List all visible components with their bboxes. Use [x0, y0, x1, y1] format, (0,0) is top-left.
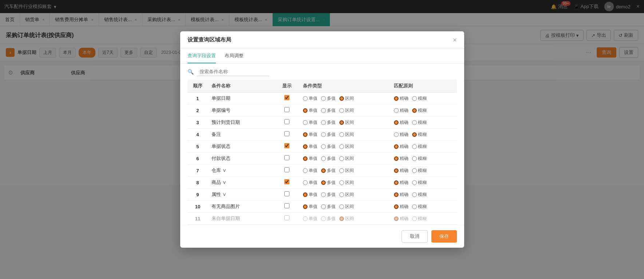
- dialog-title: 设置查询区域布局: [187, 36, 231, 43]
- col-match: 匹配原则: [390, 80, 457, 93]
- match-radio-精确-6[interactable]: 精确: [394, 156, 408, 162]
- row-match-7: 精确模糊: [390, 165, 457, 177]
- display-checkbox-1[interactable]: [284, 95, 289, 100]
- row-match-2: 精确模糊: [390, 105, 457, 117]
- type-radio-单值-8[interactable]: 单值: [303, 180, 317, 185]
- type-radio-多值-7[interactable]: 多值: [321, 168, 336, 174]
- type-radio-单值-3[interactable]: 单值: [303, 119, 317, 126]
- type-radio-区间-5[interactable]: 区间: [339, 144, 354, 150]
- type-radio-区间-8[interactable]: 区间: [339, 180, 354, 185]
- row-match-4: 精确模糊: [390, 129, 457, 141]
- type-radio-区间-6[interactable]: 区间: [339, 156, 354, 162]
- match-radio-模糊-4[interactable]: 模糊: [412, 131, 427, 138]
- match-radio-模糊-1[interactable]: 模糊: [412, 95, 427, 102]
- match-radio-模糊-2[interactable]: 模糊: [412, 107, 427, 114]
- type-radio-单值-5[interactable]: 单值: [303, 144, 317, 150]
- match-radio-模糊-7[interactable]: 模糊: [412, 168, 427, 174]
- match-radio-精确-3[interactable]: 精确: [394, 119, 408, 126]
- display-checkbox-3[interactable]: [284, 119, 289, 124]
- table-row: 3预计到货日期单值多值区间精确模糊: [187, 117, 457, 129]
- row-order-6: 6: [187, 153, 208, 165]
- row-order-7: 7: [187, 165, 208, 177]
- tab-layout-adjust[interactable]: 布局调整: [225, 49, 244, 63]
- row-display-7[interactable]: [274, 165, 299, 175]
- type-radio-单值-6[interactable]: 单值: [303, 156, 317, 162]
- type-radio-单值-7[interactable]: 单值: [303, 168, 317, 174]
- match-radio-精确-7[interactable]: 精确: [394, 168, 408, 174]
- row-order-2: 2: [187, 105, 208, 117]
- dialog-header: 设置查询区域布局 ×: [180, 31, 464, 49]
- dialog-table-area: 顺序 条件名称 显示 条件类型 匹配原则 1单据日期单值多值区间精确模糊2单据编…: [180, 80, 464, 185]
- row-name-1: 单据日期: [208, 93, 274, 105]
- row-name-2: 单据编号: [208, 105, 274, 117]
- type-radio-区间-4[interactable]: 区间: [339, 131, 354, 138]
- row-type-2: 单值多值区间: [299, 105, 390, 117]
- type-radio-区间-1[interactable]: 区间: [339, 95, 354, 102]
- display-checkbox-2[interactable]: [284, 107, 289, 112]
- col-type: 条件类型: [299, 80, 390, 93]
- row-match-3: 精确模糊: [390, 117, 457, 129]
- table-row: 1单据日期单值多值区间精确模糊: [187, 93, 457, 105]
- dialog-search-area: 🔍: [180, 64, 464, 80]
- type-radio-多值-1[interactable]: 多值: [321, 95, 336, 102]
- match-radio-模糊-5[interactable]: 模糊: [412, 144, 427, 150]
- match-radio-精确-8[interactable]: 精确: [394, 180, 408, 185]
- row-display-3[interactable]: [274, 117, 299, 127]
- display-checkbox-4[interactable]: [284, 131, 289, 136]
- row-display-2[interactable]: [274, 105, 299, 115]
- table-row: 8商品 ∨单值多值区间精确模糊: [187, 177, 457, 185]
- dialog-close-button[interactable]: ×: [453, 37, 457, 43]
- conditions-table: 顺序 条件名称 显示 条件类型 匹配原则 1单据日期单值多值区间精确模糊2单据编…: [187, 80, 457, 185]
- row-type-3: 单值多值区间: [299, 117, 390, 129]
- row-name-3: 预计到货日期: [208, 117, 274, 129]
- type-radio-多值-8[interactable]: 多值: [321, 180, 336, 185]
- row-name-7: 仓库 ∨: [208, 165, 274, 177]
- match-radio-精确-5[interactable]: 精确: [394, 144, 408, 150]
- table-row: 6付款状态单值多值区间精确模糊: [187, 153, 457, 165]
- type-radio-多值-3[interactable]: 多值: [321, 119, 336, 126]
- table-row: 4备注单值多值区间精确模糊: [187, 129, 457, 141]
- type-radio-单值-1[interactable]: 单值: [303, 95, 317, 102]
- type-radio-单值-2[interactable]: 单值: [303, 107, 317, 114]
- match-radio-精确-4[interactable]: 精确: [394, 131, 408, 138]
- type-radio-区间-2[interactable]: 区间: [339, 107, 354, 114]
- table-row: 5单据状态单值多值区间精确模糊: [187, 141, 457, 153]
- match-radio-精确-1[interactable]: 精确: [394, 95, 408, 102]
- match-radio-模糊-3[interactable]: 模糊: [412, 119, 427, 126]
- type-radio-多值-2[interactable]: 多值: [321, 107, 336, 114]
- display-checkbox-6[interactable]: [284, 155, 289, 160]
- display-checkbox-5[interactable]: [284, 143, 289, 148]
- type-radio-多值-5[interactable]: 多值: [321, 144, 336, 150]
- col-name: 条件名称: [208, 80, 274, 93]
- row-display-1[interactable]: [274, 93, 299, 103]
- row-type-6: 单值多值区间: [299, 153, 390, 165]
- display-checkbox-8[interactable]: [284, 179, 289, 184]
- row-name-8: 商品 ∨: [208, 177, 274, 185]
- col-order: 顺序: [187, 80, 208, 93]
- type-radio-区间-7[interactable]: 区间: [339, 168, 354, 174]
- row-name-6: 付款状态: [208, 153, 274, 165]
- match-radio-模糊-6[interactable]: 模糊: [412, 156, 427, 162]
- type-radio-多值-4[interactable]: 多值: [321, 131, 336, 138]
- type-radio-单值-4[interactable]: 单值: [303, 131, 317, 138]
- row-match-5: 精确模糊: [390, 141, 457, 153]
- display-checkbox-7[interactable]: [284, 167, 289, 172]
- table-row: 7仓库 ∨单值多值区间精确模糊: [187, 165, 457, 177]
- settings-dialog: 设置查询区域布局 × 查询字段设置 布局调整 🔍 顺序 条件名称: [180, 31, 464, 185]
- row-display-8[interactable]: [274, 177, 299, 185]
- match-radio-模糊-8[interactable]: 模糊: [412, 180, 427, 185]
- row-display-4[interactable]: [274, 129, 299, 139]
- row-display-5[interactable]: [274, 141, 299, 151]
- search-input[interactable]: [197, 67, 269, 76]
- row-match-6: 精确模糊: [390, 153, 457, 165]
- type-radio-区间-3[interactable]: 区间: [339, 119, 354, 126]
- row-order-4: 4: [187, 129, 208, 141]
- row-name-4: 备注: [208, 129, 274, 141]
- row-display-6[interactable]: [274, 153, 299, 163]
- type-radio-多值-6[interactable]: 多值: [321, 156, 336, 162]
- match-radio-精确-2[interactable]: 精确: [394, 107, 408, 114]
- tab-query-fields[interactable]: 查询字段设置: [187, 49, 216, 63]
- col-display: 显示: [274, 80, 299, 93]
- dialog-overlay: 设置查询区域布局 × 查询字段设置 布局调整 🔍 顺序 条件名称: [0, 0, 644, 185]
- row-type-7: 单值多值区间: [299, 165, 390, 177]
